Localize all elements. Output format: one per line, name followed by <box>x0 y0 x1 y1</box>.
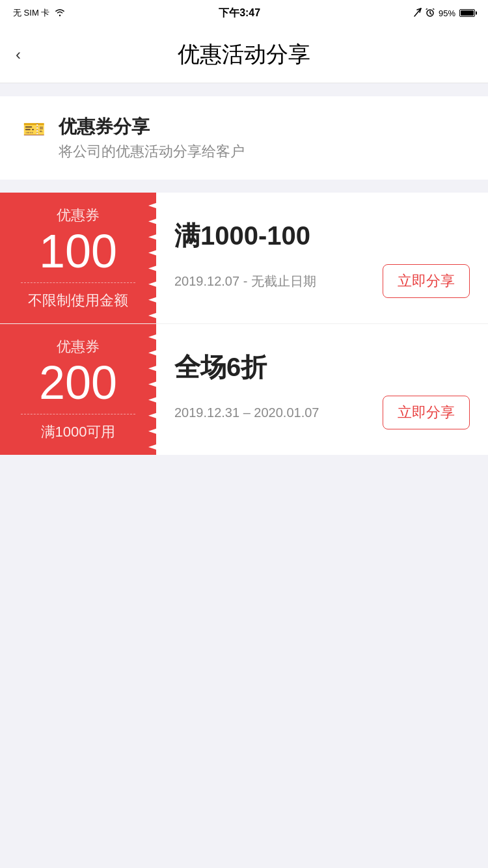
coupon-meta-2: 2019.12.31 – 2020.01.07 立即分享 <box>174 396 470 429</box>
battery-percent: 95% <box>439 8 455 18</box>
section-subtitle: 将公司的优惠活动分享给客户 <box>59 142 245 161</box>
coupon-value-1: 100 <box>39 228 117 275</box>
coupon-condition-1: 不限制使用金额 <box>28 291 128 310</box>
coupon-date-1: 2019.12.07 - 无截止日期 <box>174 273 376 290</box>
coupon-date-2: 2019.12.31 – 2020.01.07 <box>174 405 376 420</box>
status-left: 无 SIM 卡 <box>13 7 65 19</box>
wifi-icon <box>55 8 65 18</box>
coupon-name-1: 满1000-100 <box>174 218 470 254</box>
coupon-condition-2: 满1000可用 <box>41 422 116 442</box>
status-time: 下午3:47 <box>219 7 260 20</box>
section-text: 优惠券分享 将公司的优惠活动分享给客户 <box>59 115 245 161</box>
coupon-value-2: 200 <box>39 359 117 406</box>
coupon-share-button-2[interactable]: 立即分享 <box>383 396 470 429</box>
coupon-meta-1: 2019.12.07 - 无截止日期 立即分享 <box>174 264 470 298</box>
coupon-share-button-1[interactable]: 立即分享 <box>383 264 470 298</box>
section-title: 优惠券分享 <box>59 115 245 139</box>
coupon-label-1: 优惠券 <box>57 206 100 225</box>
section-header: 🎫 优惠券分享 将公司的优惠活动分享给客户 <box>0 96 488 180</box>
coupon-label-2: 优惠券 <box>57 337 100 357</box>
coupon-item-2: 优惠券 200 满1000可用 全场6折 2019.12.31 – 2020.0… <box>0 324 488 455</box>
battery-icon <box>459 9 475 17</box>
coupon-right-1: 满1000-100 2019.12.07 - 无截止日期 立即分享 <box>156 193 488 323</box>
coupon-right-2: 全场6折 2019.12.31 – 2020.01.07 立即分享 <box>156 324 488 455</box>
back-button[interactable]: ‹ <box>16 46 21 64</box>
coupon-name-2: 全场6折 <box>174 349 470 385</box>
alarm-icon <box>426 8 435 19</box>
status-right: 95% <box>414 8 475 19</box>
nav-bar: ‹ 优惠活动分享 <box>0 26 488 83</box>
bottom-area <box>0 455 488 819</box>
status-bar: 无 SIM 卡 下午3:47 95% <box>0 0 488 26</box>
page-title: 优惠活动分享 <box>178 40 310 70</box>
location-icon <box>414 8 422 19</box>
carrier-text: 无 SIM 卡 <box>13 7 49 19</box>
coupon-left-1: 优惠券 100 不限制使用金额 <box>0 193 156 323</box>
svg-line-2 <box>430 13 431 14</box>
coupon-section-icon: 🎫 <box>20 115 48 143</box>
coupon-item-1: 优惠券 100 不限制使用金额 满1000-100 2019.12.07 - 无… <box>0 193 488 324</box>
coupon-list: 优惠券 100 不限制使用金额 满1000-100 2019.12.07 - 无… <box>0 193 488 455</box>
coupon-left-2: 优惠券 200 满1000可用 <box>0 324 156 455</box>
